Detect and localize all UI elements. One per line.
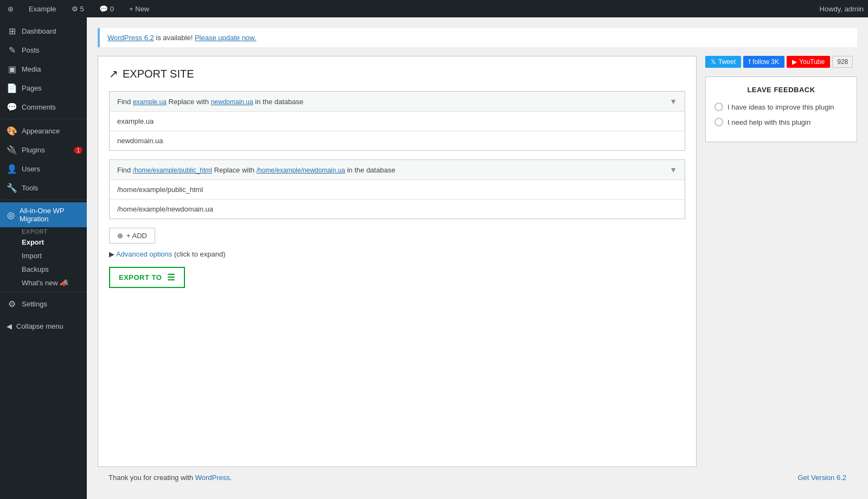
- find-replace-section-2: Find /home/example/public_html Replace w…: [109, 159, 685, 219]
- wp-icon: ⊛: [8, 5, 14, 13]
- sidebar-item-label: Tools: [22, 184, 38, 192]
- twitter-label: Tweet: [718, 58, 736, 66]
- admin-bar-left: ⊛ Example ⚙ 5 💬 0 + New: [4, 0, 820, 17]
- footer-wordpress-link[interactable]: WordPress: [195, 474, 230, 482]
- sidebar-item-label: Comments: [22, 103, 56, 111]
- wp-content: WordPress 6.2 is available! Please updat…: [87, 17, 868, 499]
- plugins-badge: 1: [74, 146, 82, 153]
- hamburger-icon: ☰: [167, 272, 175, 283]
- replace-input-2[interactable]: [110, 200, 685, 219]
- export-label: EXPORT TO: [119, 273, 162, 282]
- advanced-options-toggle[interactable]: ▶ Advanced options (click to expand): [109, 250, 685, 258]
- new-label: + New: [129, 5, 149, 13]
- dashboard-icon: ⊞: [7, 26, 17, 36]
- youtube-icon: ▶: [792, 58, 797, 66]
- social-buttons: 𝕏 Tweet f follow 3K ▶ YouTube 928: [705, 56, 857, 68]
- feedback-radio-2[interactable]: [714, 118, 723, 126]
- sidebar-item-tools[interactable]: 🔧 Tools: [0, 178, 87, 197]
- users-icon: 👤: [7, 164, 17, 174]
- add-button[interactable]: ⊕ + ADD: [109, 228, 155, 244]
- wp-wrap: ⊞ Dashboard ✎ Posts ▣ Media 📄 Pages 💬 Co…: [0, 17, 868, 499]
- chevron-down-icon-1[interactable]: ▼: [669, 97, 677, 106]
- advanced-options-suffix: (click to expand): [172, 250, 225, 258]
- youtube-count: 928: [832, 56, 853, 68]
- sidebar-item-dashboard[interactable]: ⊞ Dashboard: [0, 22, 87, 41]
- facebook-icon: f: [749, 58, 750, 66]
- replace-input-1[interactable]: [110, 131, 685, 150]
- sidebar-item-comments[interactable]: 💬 Comments: [0, 98, 87, 117]
- sidebar-item-settings[interactable]: ⚙ Settings: [0, 295, 87, 314]
- replace-value-link-1[interactable]: newdomain.ua: [211, 98, 253, 106]
- submenu-item-backups[interactable]: Backups: [0, 263, 87, 276]
- find-input-1[interactable]: [110, 112, 685, 131]
- find-value-link-2[interactable]: /home/example/public_html: [133, 167, 212, 174]
- new-item[interactable]: + New: [126, 0, 152, 17]
- chevron-down-icon-2[interactable]: ▼: [669, 165, 677, 174]
- sidebar-item-users[interactable]: 👤 Users: [0, 159, 87, 178]
- sidebar-widget: 𝕏 Tweet f follow 3K ▶ YouTube 928 LEAVE …: [705, 56, 857, 467]
- sidebar-item-label: Users: [22, 165, 40, 173]
- sidebar-item-posts[interactable]: ✎ Posts: [0, 41, 87, 60]
- find-label-1: Find: [117, 98, 133, 106]
- add-icon: ⊕: [117, 232, 123, 240]
- pages-icon: 📄: [7, 83, 17, 93]
- feedback-label-2: I need help with this plugin: [727, 118, 810, 126]
- footer-version-link[interactable]: Get Version 6.2: [797, 474, 846, 482]
- find-replace-inputs-2: [110, 180, 685, 219]
- find-replace-inputs-1: [110, 111, 685, 150]
- aiowp-submenu: Export Export Import Backups What's new …: [0, 227, 87, 290]
- feedback-option-1[interactable]: I have ideas to improve this plugin: [714, 103, 848, 111]
- feedback-radio-1[interactable]: [714, 103, 723, 111]
- replace-label-1: Replace with: [169, 98, 211, 106]
- comments-item[interactable]: 💬 0: [96, 0, 117, 17]
- updates-item[interactable]: ⚙ 5: [68, 0, 87, 17]
- facebook-label: follow 3K: [752, 58, 779, 66]
- advanced-options-link[interactable]: Advanced options: [116, 250, 172, 258]
- menu-separator-3: [0, 292, 87, 292]
- twitter-button[interactable]: 𝕏 Tweet: [705, 56, 741, 68]
- wp-logo-item[interactable]: ⊛: [4, 0, 17, 17]
- plugins-icon: 🔌: [7, 145, 17, 155]
- twitter-icon: 𝕏: [711, 58, 716, 66]
- sidebar-item-aiowp[interactable]: ◎ All-in-One WP Migration: [0, 202, 87, 227]
- export-icon: ↗: [109, 67, 118, 80]
- sidebar-item-label: Pages: [22, 84, 42, 92]
- sidebar-item-plugins[interactable]: 🔌 Plugins 1: [0, 140, 87, 159]
- submenu-item-whats-new[interactable]: What's new 📣: [0, 276, 87, 290]
- comments-icon: 💬: [99, 5, 108, 13]
- collapse-menu-button[interactable]: ◀ Collapse menu: [0, 318, 87, 335]
- feedback-option-2[interactable]: I need help with this plugin: [714, 118, 848, 126]
- settings-icon: ⚙: [7, 299, 17, 309]
- find-label-2: Find: [117, 166, 133, 174]
- site-name-item[interactable]: Example: [25, 0, 60, 17]
- menu-separator-1: [0, 119, 87, 119]
- notice-message: is available!: [154, 34, 195, 42]
- feedback-section: LEAVE FEEDBACK I have ideas to improve t…: [705, 76, 857, 142]
- find-value-link-1[interactable]: example.ua: [133, 98, 167, 106]
- facebook-button[interactable]: f follow 3K: [743, 56, 784, 68]
- submenu-item-export[interactable]: Export: [0, 235, 87, 249]
- sidebar-item-appearance[interactable]: 🎨 Appearance: [0, 121, 87, 140]
- notice-update-link[interactable]: Please update now.: [195, 34, 256, 42]
- tools-icon: 🔧: [7, 183, 17, 193]
- export-card: ↗ EXPORT SITE Find example.ua Replace wi…: [98, 56, 697, 467]
- sidebar-item-media[interactable]: ▣ Media: [0, 60, 87, 79]
- sidebar-item-label: Plugins: [22, 146, 45, 154]
- find-replace-section-1: Find example.ua Replace with newdomain.u…: [109, 91, 685, 151]
- sidebar-item-pages[interactable]: 📄 Pages: [0, 79, 87, 98]
- howdy-text: Howdy, admin: [820, 5, 864, 13]
- replace-value-link-2[interactable]: /home/example/newdomain.ua: [257, 167, 345, 174]
- find-input-2[interactable]: [110, 180, 685, 200]
- submenu-item-import[interactable]: Import: [0, 249, 87, 263]
- sidebar-item-label: Dashboard: [22, 27, 56, 35]
- comments-count: 0: [110, 5, 114, 13]
- youtube-button[interactable]: ▶ YouTube: [787, 56, 830, 68]
- find-replace-header-2: Find /home/example/public_html Replace w…: [110, 160, 685, 180]
- admin-bar: ⊛ Example ⚙ 5 💬 0 + New Howdy, admin: [0, 0, 868, 17]
- notice-version-link[interactable]: WordPress 6.2: [107, 34, 154, 42]
- appearance-icon: 🎨: [7, 126, 17, 136]
- find-replace-header-1: Find example.ua Replace with newdomain.u…: [110, 92, 685, 111]
- export-button[interactable]: EXPORT TO ☰: [109, 267, 185, 288]
- sidebar-item-label: Media: [22, 65, 41, 73]
- site-name: Example: [29, 5, 56, 13]
